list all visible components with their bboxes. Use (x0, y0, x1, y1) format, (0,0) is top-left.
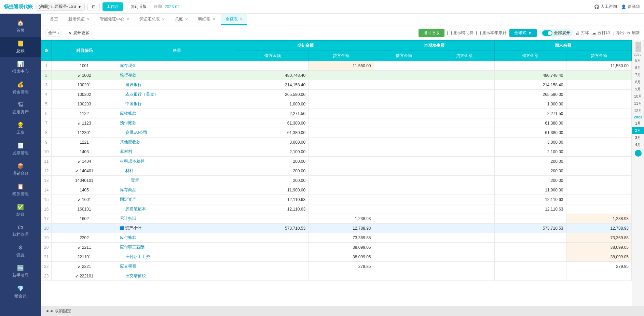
subject-name-link[interactable]: 壹蛋 (131, 178, 139, 183)
subject-name-cell[interactable]: 应交税费 (117, 262, 237, 271)
expand-all-toggle[interactable] (542, 30, 552, 36)
tab-close-voucher-summary[interactable]: ✕ (162, 17, 165, 21)
subject-name-cell[interactable]: 库存商品 (117, 185, 237, 195)
cloud-print-action[interactable]: ☁ 云打印 (592, 30, 610, 36)
subject-name-link[interactable]: 其他应收款 (120, 140, 140, 144)
subject-name-cell[interactable]: 农业银行（美金） (117, 90, 237, 99)
subject-name-cell[interactable]: 原材料 (117, 147, 237, 157)
sidebar-item-purchase-sales[interactable]: 📦 进销台账 (0, 159, 41, 180)
subject-name-cell[interactable]: 银行存款 (117, 71, 237, 80)
subject-name-link[interactable]: 原材料 (120, 149, 132, 154)
sidebar-item-settlement[interactable]: ✅ 结账 (0, 200, 41, 221)
show-ytd-check[interactable]: 显示本年累计 (476, 30, 507, 36)
timeline-3[interactable]: 3月 (632, 134, 644, 141)
company-selector[interactable]: (勿删) 江西股圣-LSS ▼ (36, 3, 85, 11)
subject-name-cell[interactable]: 累计折旧 (117, 214, 237, 224)
subject-name-cell[interactable]: 应付职工薪酬 (117, 243, 237, 252)
user-profile[interactable]: 👤 徐泽华 (621, 4, 640, 10)
subject-name-cell[interactable]: 应付职工工资 (117, 252, 237, 262)
timeline-10[interactable]: 10月 (632, 93, 644, 100)
timeline-2[interactable]: 2月 (632, 127, 644, 134)
subject-name-link[interactable]: 应收账款 (120, 111, 136, 116)
cancel-fixed-label[interactable]: 取消固定 (55, 308, 71, 314)
return-old-button[interactable]: 退回旧版 (419, 29, 444, 37)
subject-name-link[interactable]: 建设银行 (125, 82, 142, 87)
tab-balance-sheet[interactable]: 余额表 ✕ (221, 14, 247, 25)
subject-name-cell[interactable]: 中国银行 (117, 99, 237, 109)
tab-detail-ledger[interactable]: 明细账 ✕ (193, 14, 220, 25)
timeline-12[interactable]: 12月 (632, 107, 644, 114)
timeline-9[interactable]: 9月 (632, 86, 644, 93)
subject-name-link[interactable]: 中国银行 (125, 101, 142, 106)
timeline-7[interactable]: 7月 (632, 71, 644, 78)
sidebar-item-ledger[interactable]: 📒 总账 (0, 37, 41, 57)
subject-name-link[interactable]: 应付账款 (120, 235, 136, 240)
tab-home[interactable]: 首页 (45, 14, 63, 25)
subject-name-cell[interactable]: 其他应收款 (117, 138, 237, 147)
sidebar-item-archive[interactable]: 🗂 归档管理 (0, 221, 41, 241)
sidebar-item-salary[interactable]: 👷 工资 (0, 118, 41, 139)
toggle-expand-all[interactable]: 全部展开 (539, 29, 573, 37)
tab-smart-verify[interactable]: 智能凭证中心 ✕ (95, 14, 134, 25)
sidebar-item-capital[interactable]: 💰 资金管理 (0, 78, 41, 98)
ytd-checkbox[interactable] (476, 31, 481, 35)
subject-name-cell[interactable]: 建设银行 (117, 80, 237, 90)
tab-voucher-summary[interactable]: 凭证汇总表 ✕ (135, 14, 169, 25)
tab-close-general-ledger[interactable]: ✕ (185, 17, 188, 21)
timeline-1[interactable]: 1月 (632, 120, 644, 127)
subject-name-cell[interactable]: 应收账款 (117, 109, 237, 118)
sidebar-item-settings[interactable]: ⚙ 设置 (0, 241, 41, 261)
sidebar-item-reports[interactable]: 📊 报表中心 (0, 57, 41, 78)
timeline-expand-arrow[interactable]: › (635, 42, 641, 52)
subject-name-link[interactable]: 应付职工薪酬 (120, 245, 145, 249)
refresh-action[interactable]: ↻ 刷新 (627, 30, 640, 36)
sidebar-item-fixed-assets[interactable]: 🏗 固定资产 (0, 98, 41, 118)
workspace-button[interactable]: 工作台 (102, 2, 123, 11)
sidebar-item-home[interactable]: 🏠 首页 (0, 16, 41, 37)
subject-name-link[interactable]: 材料 (125, 168, 134, 173)
subject-name-link[interactable]: 应交税费 (120, 264, 136, 269)
subject-name-link[interactable]: 材料成本差异 (120, 159, 145, 163)
tab-close-new-voucher[interactable]: ✕ (87, 17, 90, 21)
subject-name-cell[interactable]: 库存现金 (117, 61, 237, 71)
subject-name-cell[interactable]: 固定资产 (117, 195, 237, 204)
timeline-6[interactable]: 6月 (632, 64, 644, 71)
subject-name-link[interactable]: 固定资产 (120, 197, 136, 202)
timeline-4[interactable]: 4月 (632, 141, 644, 148)
sidebar-item-tax[interactable]: 📋 税务管理 (0, 180, 41, 200)
sidebar-item-invoices[interactable]: 🧾 发票管理 (0, 139, 41, 159)
period-value[interactable]: 2023-02 (165, 4, 180, 9)
expand-more-button[interactable]: ∨ 展开更多 (65, 29, 93, 37)
subject-name-link[interactable]: 库存现金 (120, 63, 136, 68)
tab-close-balance-sheet[interactable]: ✕ (240, 17, 243, 21)
subject-name-link[interactable]: 胶提笔记本 (125, 206, 146, 211)
subject-name-cell[interactable]: 胶提笔记本 (117, 204, 237, 214)
subject-name-link[interactable]: 累计折旧 (120, 216, 136, 221)
filter-all-tag[interactable]: 全部 › (45, 29, 62, 37)
subject-name-link[interactable]: 应交增值税 (125, 273, 146, 278)
tab-new-voucher[interactable]: 新增凭证 ✕ (64, 14, 94, 25)
sidebar-item-new-guide[interactable]: 🆕 新手引导 (0, 261, 41, 282)
subject-name-cell[interactable]: 应交增值税 (117, 271, 237, 281)
copy-button[interactable]: ⊡ (87, 3, 100, 11)
full-style-button[interactable]: 全账式 ▼ (509, 29, 537, 37)
timeline-5[interactable]: 5月 (632, 57, 644, 64)
auxiliary-checkbox[interactable] (447, 31, 452, 35)
sidebar-item-member[interactable]: 💎 畅会员 (0, 282, 41, 302)
subject-name-cell[interactable]: 材料成本差异 (117, 157, 237, 166)
human-consult[interactable]: 🎧 人工咨询 (594, 4, 617, 10)
subject-name-cell[interactable]: 预付账款 (117, 118, 237, 128)
subject-name-cell[interactable]: 赛属EU公司 (117, 128, 237, 138)
subject-name-link[interactable]: 农业银行（美金） (125, 92, 158, 97)
subject-name-cell[interactable]: 壹蛋 (117, 176, 237, 185)
subject-name-link[interactable]: 应付职工工资 (125, 254, 150, 259)
show-auxiliary-check[interactable]: 显示辅助算 (447, 30, 474, 36)
subject-name-link[interactable]: 银行存款 (120, 73, 136, 77)
timeline-11[interactable]: 11月 (632, 100, 644, 107)
switch-old-button[interactable]: 切到旧版 (126, 2, 151, 11)
print-action[interactable]: 🖨 打印 (576, 30, 589, 36)
subject-name-link[interactable]: 赛属EU公司 (125, 130, 148, 135)
export-action[interactable]: ↓ 导出 (613, 30, 624, 36)
subject-name-cell[interactable]: 应付账款 (117, 233, 237, 243)
timeline-8[interactable]: 8月 (632, 78, 644, 86)
